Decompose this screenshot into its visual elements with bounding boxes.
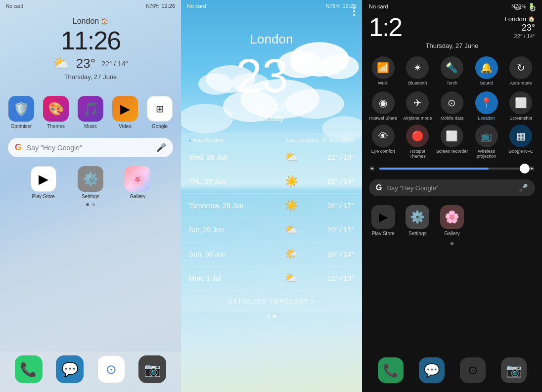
toggle-mobile-data[interactable]: ⊙ Mobile data	[436, 91, 468, 121]
app-gallery[interactable]: 🌸 Gallery	[125, 166, 150, 199]
app-playstore[interactable]: ▶ Play Store	[31, 166, 56, 199]
messages-icon: 💬	[61, 361, 79, 378]
microphone-icon[interactable]: 🎤	[156, 143, 166, 152]
toggle-wifi[interactable]: 📶 Wi-Fi	[367, 56, 400, 86]
toggle-eye-comfort[interactable]: 👁 Eye comfort	[367, 125, 400, 159]
dark-app-gallery[interactable]: 🌸 Gallery	[437, 205, 467, 236]
search-placeholder: Say "Hey Google"	[27, 144, 151, 152]
app-settings-label: Settings	[82, 194, 99, 199]
home-bottom-dock: 📞 💬 ⊙ 📷	[0, 351, 181, 392]
dark-google-search-bar[interactable]: G Say "Hey Google" 🎤	[369, 179, 535, 196]
toggle-hotspot[interactable]: 🔴 Hotspot Themes	[402, 125, 434, 159]
notif-home-icon: 🏠	[528, 16, 535, 22]
app-optimiser-label: Optimiser	[11, 124, 32, 129]
screen-recorder-btn[interactable]: ⬜	[441, 125, 463, 147]
wireless-projection-label: Wireless projection	[470, 149, 503, 159]
brightness-thumb[interactable]	[520, 164, 530, 174]
edit-icon[interactable]: ✏	[515, 4, 521, 13]
toggle-huawei-share[interactable]: ◉ Huawei Share	[367, 91, 400, 121]
bluetooth-toggle-btn[interactable]: ✴	[406, 56, 429, 79]
gear-settings-icon[interactable]: ⚙	[529, 4, 536, 13]
location-toggle-btn[interactable]: 📍	[475, 91, 498, 114]
dark-dock-chrome[interactable]: ⊙	[460, 357, 486, 383]
playstore-icon: ▶	[39, 172, 48, 187]
mobile-data-toggle-btn[interactable]: ⊙	[441, 91, 463, 114]
wireless-projection-btn[interactable]: 📺	[475, 125, 498, 147]
app-music-label: Music	[84, 124, 97, 129]
brightness-low-icon: ☀	[369, 165, 375, 173]
hotspot-btn[interactable]: 🔴	[406, 125, 429, 147]
notif-weather-right: London 🏠 23° 22° / 14°	[505, 15, 535, 39]
wifi-toggle-btn[interactable]: 📶	[372, 56, 395, 79]
toggle-nfc[interactable]: ▦ Google NFC	[504, 125, 537, 159]
toggle-airplane[interactable]: ✈ Airplane mode	[402, 91, 434, 121]
airplane-label: Airplane mode	[403, 116, 432, 121]
autorotate-toggle-btn[interactable]: ↻	[509, 56, 532, 79]
toggle-autorotate[interactable]: ↻ Auto-rotate	[504, 56, 537, 86]
google-icon: ⊞	[156, 103, 164, 115]
airplane-toggle-btn[interactable]: ✈	[406, 91, 429, 114]
nfc-btn[interactable]: ▦	[509, 125, 532, 147]
google-logo: G	[15, 142, 22, 153]
extended-forecast-button[interactable]: EXTENDED FORECAST >	[181, 291, 362, 312]
home-status-left: No card	[6, 3, 23, 9]
huawei-share-btn[interactable]: ◉	[372, 91, 395, 114]
notif-action-buttons: ✏ ⚙	[515, 4, 536, 13]
forecast-icon-3: ⛅	[268, 223, 315, 236]
toggle-torch[interactable]: 🔦 Torch	[436, 56, 468, 86]
google-search-bar[interactable]: G Say "Hey Google" 🎤	[8, 138, 173, 157]
forecast-temps-1: 22° / 14°	[315, 177, 354, 185]
dark-page-dots	[362, 242, 542, 245]
quick-toggles-row1: 📶 Wi-Fi ✴ Bluetooth 🔦 Torch 🔔 Sound ↻ Au…	[362, 52, 542, 89]
dark-dock-messages[interactable]: 💬	[419, 357, 445, 383]
weather-forecast-section: ● AccuWeather Last updated: 25 June 2019…	[181, 133, 362, 312]
weather-range: 22° / 14°	[191, 102, 352, 112]
weather-status-bar: No card N76% 12:26	[181, 0, 362, 12]
dock-camera[interactable]: 📷	[138, 355, 166, 383]
more-options-button[interactable]	[353, 7, 355, 16]
weather-signal: N76%	[326, 3, 341, 9]
dark-app-settings[interactable]: ⚙️ Settings	[403, 205, 433, 236]
notif-weather-range: 22° / 14°	[514, 33, 535, 39]
home-temp: 23°	[76, 56, 95, 71]
toggle-location[interactable]: 📍 Location	[470, 91, 503, 121]
toggle-sound[interactable]: 🔔 Sound	[470, 56, 503, 86]
dark-microphone-icon[interactable]: 🎤	[519, 183, 528, 192]
brightness-track[interactable]	[379, 168, 525, 170]
app-themes[interactable]: 🎨 Themes	[41, 96, 71, 129]
screenshot-toggle-btn[interactable]: ⬜	[509, 91, 532, 114]
app-optimiser[interactable]: 🛡️ Optimiser	[6, 96, 37, 129]
dark-gallery-icon: 🌸	[445, 210, 459, 224]
app-settings[interactable]: ⚙️ Settings	[78, 166, 103, 199]
dark-settings-icon: ⚙️	[410, 210, 425, 224]
home-temp-range: 22° / 14°	[101, 60, 128, 68]
home-weather-widget[interactable]: London 🏠 11:26 ⛅ 23° 22° / 14° Thursday,…	[0, 12, 181, 83]
dark-dock-phone[interactable]: 📞	[378, 357, 404, 383]
app-video[interactable]: ▶ Video	[110, 96, 140, 129]
toggle-wireless-projection[interactable]: 📺 Wireless projection	[470, 125, 503, 159]
forecast-row-0: Wed, 26 Jun ⛅ 21° / 13°	[181, 145, 362, 170]
toggle-bluetooth[interactable]: ✴ Bluetooth	[402, 56, 434, 86]
app-google[interactable]: ⊞ Google	[144, 96, 175, 129]
app-video-label: Video	[119, 124, 131, 129]
forecast-icon-2: ☀️	[268, 199, 315, 212]
toggle-screenshot[interactable]: ⬜ Screenshot	[504, 91, 537, 121]
sound-toggle-btn[interactable]: 🔔	[475, 56, 498, 79]
toggle-screen-recorder[interactable]: ⬜ Screen recorder	[436, 125, 468, 159]
dark-dock-camera[interactable]: 📷	[501, 357, 527, 383]
dock-messages[interactable]: 💬	[56, 355, 84, 383]
torch-toggle-btn[interactable]: 🔦	[441, 56, 463, 79]
app-themes-label: Themes	[47, 124, 65, 129]
app-music[interactable]: 🎵 Music	[75, 96, 106, 129]
brightness-control[interactable]: ☀ ☀	[362, 161, 542, 176]
forecast-row-4: Sun, 30 Jun 🌤️ 25° / 14°	[181, 242, 362, 266]
dock-phone[interactable]: 📞	[15, 355, 43, 383]
dock-chrome[interactable]: ⊙	[97, 355, 125, 383]
notif-weather-temp: 23°	[522, 23, 535, 33]
notif-time-row: 1:2 London 🏠 23° 22° / 14°	[362, 12, 542, 42]
weather-main-display: London 23° 22° / 14° Cloudy	[181, 12, 362, 128]
camera-icon: 📷	[144, 361, 161, 378]
eye-comfort-btn[interactable]: 👁	[372, 125, 395, 147]
location-label: Location	[478, 116, 495, 121]
dark-app-playstore[interactable]: ▶ Play Store	[368, 205, 399, 236]
